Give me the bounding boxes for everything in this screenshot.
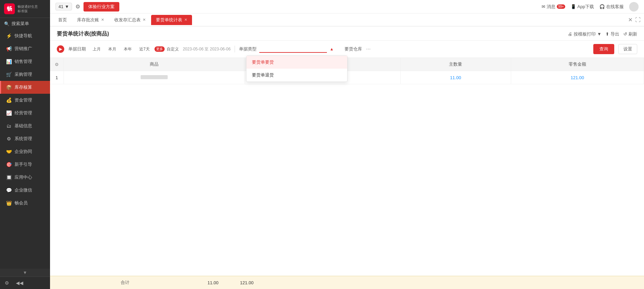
sidebar-item-vip[interactable]: 👑畅会员 xyxy=(0,197,50,209)
column-qty: 主数量 xyxy=(400,58,511,71)
sidebar-item-label: 新手引导 xyxy=(15,161,32,168)
cell-product xyxy=(64,71,245,84)
sidebar: 畅 畅捷通好生意 标准版 🔍 搜索菜单 ⚡快捷导航📢营销推广📊销售管理🛒采购管理… xyxy=(0,0,50,289)
sidebar-item-label: 资金管理 xyxy=(15,97,32,103)
refresh-action[interactable]: ↺ 刷新 xyxy=(623,31,637,37)
filter-expand-btn[interactable]: ▶ xyxy=(57,45,64,53)
warehouse-filter-dots[interactable]: ··· xyxy=(366,46,371,52)
sidebar-nav: ⚡快捷导航📢营销推广📊销售管理🛒采购管理📦库存核算💰资金管理📈经营管理🗂基础信息… xyxy=(0,29,50,269)
print-action[interactable]: 🖨 按模板打印 ▼ xyxy=(568,31,601,37)
app-label: App下载 xyxy=(577,4,594,10)
wechat-icon: 💬 xyxy=(6,187,12,193)
sidebar-item-marketing[interactable]: 📢营销推广 xyxy=(0,42,50,55)
tab-close-receive-summary[interactable]: ✕ xyxy=(143,18,146,22)
tab-home[interactable]: 首页 xyxy=(53,15,72,25)
query-button[interactable]: 查询 xyxy=(593,44,614,54)
type-filter-label: 单据类型 xyxy=(239,46,257,52)
sidebar-search[interactable]: 🔍 搜索菜单 xyxy=(0,18,50,29)
settings-icon[interactable]: ⚙ xyxy=(5,280,9,286)
date-option-7days[interactable]: 近7天 xyxy=(137,45,152,53)
operation-icon: 📈 xyxy=(6,110,12,116)
tab-receive-summary[interactable]: 收发存汇总表✕ xyxy=(110,15,150,25)
search-icon: 🔍 xyxy=(4,21,9,26)
date-filter-group: 上月 本月 本年 近7天 更多 自定义 xyxy=(90,45,179,53)
collapse-icon[interactable]: ◀◀ xyxy=(16,280,23,286)
appstore-icon: 🔲 xyxy=(6,175,12,180)
warehouse-filter-label: 要货仓库 xyxy=(344,46,362,52)
sidebar-item-label: 销售管理 xyxy=(15,59,32,65)
tabs-close-all[interactable]: ✕ xyxy=(628,17,633,23)
print-icon: 🖨 xyxy=(568,31,572,37)
page-actions: 🖨 按模板打印 ▼ ⬆ 导出 ↺ 刷新 xyxy=(568,31,637,37)
tab-order-summary[interactable]: 要货单统计表✕ xyxy=(151,15,192,25)
search-label: 搜索菜单 xyxy=(11,21,29,27)
sidebar-item-system[interactable]: ⚙系统管理 xyxy=(0,132,50,145)
sidebar-item-label: 企业协同 xyxy=(15,149,32,155)
date-more-badge[interactable]: 更多 xyxy=(154,46,165,52)
sidebar-item-guide[interactable]: 🎯新手引导 xyxy=(0,158,50,171)
company-name: 41 xyxy=(58,4,63,9)
header-gear-icon[interactable]: ⚙ xyxy=(75,3,80,10)
sidebar-logo: 畅 畅捷通好生意 标准版 xyxy=(0,0,50,18)
sidebar-item-quick-nav[interactable]: ⚡快捷导航 xyxy=(0,29,50,42)
message-icon: ✉ xyxy=(542,4,545,9)
tab-inventory-batch[interactable]: 库存批次账✕ xyxy=(72,15,109,25)
sidebar-item-purchase[interactable]: 🛒采购管理 xyxy=(0,68,50,81)
finance-icon: 💰 xyxy=(6,97,12,103)
date-option-this-month[interactable]: 本月 xyxy=(105,45,119,53)
logo-text: 畅捷通好生意 标准版 xyxy=(18,4,38,13)
tabs-expand[interactable]: ⛶ xyxy=(635,17,641,23)
type-dropdown-arrow[interactable]: ▲ xyxy=(330,47,334,51)
company-select[interactable]: 41 ▼ xyxy=(55,3,72,10)
date-filter-label: 单据日期 xyxy=(68,46,86,52)
service-icon: 🎧 xyxy=(599,4,605,9)
amount-link[interactable]: 121.00 xyxy=(571,75,584,80)
sidebar-item-corp[interactable]: 🤝企业协同 xyxy=(0,145,50,158)
quick-nav-icon: ⚡ xyxy=(6,33,12,39)
date-option-this-year[interactable]: 本年 xyxy=(121,45,135,53)
sidebar-item-sales[interactable]: 📊销售管理 xyxy=(0,55,50,68)
column-settings[interactable]: ⚙ xyxy=(50,58,64,71)
sidebar-item-operation[interactable]: 📈经营管理 xyxy=(0,107,50,119)
page-title: 要货单统计表(按商品) xyxy=(57,30,109,38)
app-download-action[interactable]: 📱 App下载 xyxy=(571,4,594,10)
trial-button[interactable]: 体验行业方案 xyxy=(84,2,119,12)
product-name-placeholder xyxy=(141,75,168,79)
corp-icon: 🤝 xyxy=(6,149,12,154)
sidebar-item-label: 快捷导航 xyxy=(15,33,32,39)
type-dropdown-popup: 要货单要货 要货单退货 xyxy=(246,55,348,82)
message-action[interactable]: ✉ 消息 99+ xyxy=(542,4,565,10)
date-option-last-month[interactable]: 上月 xyxy=(90,45,103,53)
date-custom-option[interactable]: 自定义 xyxy=(167,46,179,52)
dropdown-item-require[interactable]: 要货单要货 xyxy=(246,56,347,69)
sidebar-scroll-down[interactable]: ▼ xyxy=(0,269,50,276)
filter-settings-button[interactable]: 设置 xyxy=(618,44,637,54)
qty-link[interactable]: 11.00 xyxy=(450,75,461,80)
type-filter-group: 单据类型 ▲ xyxy=(239,46,334,53)
cell-seq: 1 xyxy=(50,71,64,84)
export-action[interactable]: ⬆ 导出 xyxy=(605,31,619,37)
basic-icon: 🗂 xyxy=(6,123,12,129)
type-filter-input[interactable] xyxy=(259,46,327,53)
column-amount: 零售金额 xyxy=(511,58,644,71)
tab-label: 收发存汇总表 xyxy=(114,17,141,23)
table-gear-icon[interactable]: ⚙ xyxy=(55,62,59,67)
sales-icon: 📊 xyxy=(6,59,12,64)
message-label: 消息 xyxy=(547,4,555,10)
date-range-display: 2023-05-06 至 2023-06-06 xyxy=(183,46,231,52)
page-header: 要货单统计表(按商品) 🖨 按模板打印 ▼ ⬆ 导出 ↺ 刷新 xyxy=(50,26,644,41)
main-area: 41 ▼ ⚙ 体验行业方案 ✉ 消息 99+ 📱 App下载 🎧 在线客服 xyxy=(50,0,644,289)
tab-label: 库存批次账 xyxy=(77,17,99,23)
user-avatar[interactable] xyxy=(629,2,639,12)
sidebar-item-appstore[interactable]: 🔲应用中心 xyxy=(0,171,50,184)
dropdown-item-return[interactable]: 要货单退货 xyxy=(246,69,347,82)
sidebar-item-label: 应用中心 xyxy=(15,174,32,180)
tab-close-order-summary[interactable]: ✕ xyxy=(184,18,187,22)
sidebar-item-inventory[interactable]: 📦库存核算 xyxy=(0,81,50,94)
tab-label: 首页 xyxy=(58,17,67,23)
sidebar-item-basic[interactable]: 🗂基础信息 xyxy=(0,119,50,132)
sidebar-item-wechat[interactable]: 💬企业微信 xyxy=(0,184,50,197)
service-action[interactable]: 🎧 在线客服 xyxy=(599,4,624,10)
sidebar-item-finance[interactable]: 💰资金管理 xyxy=(0,94,50,107)
tab-close-inventory-batch[interactable]: ✕ xyxy=(101,18,104,22)
